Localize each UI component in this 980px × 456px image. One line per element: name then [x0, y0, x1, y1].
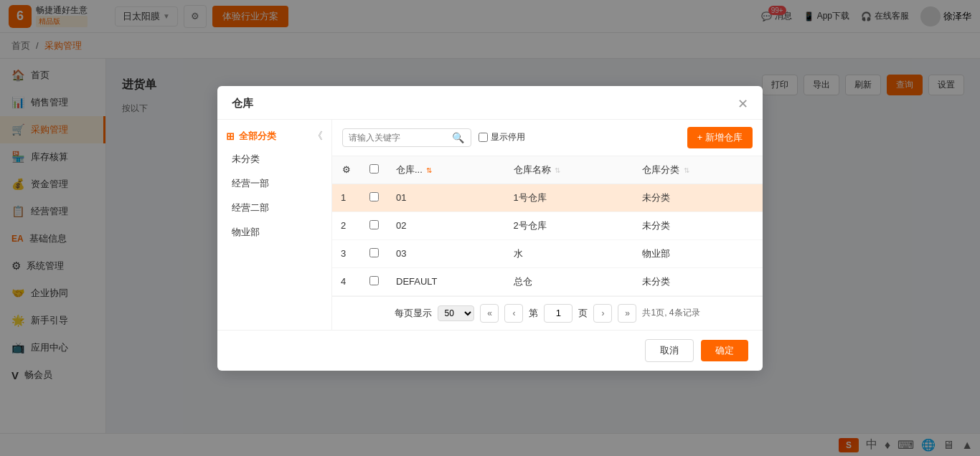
- row1-code: 01: [387, 184, 505, 212]
- row4-index: 4: [332, 267, 361, 295]
- category-property[interactable]: 物业部: [217, 220, 331, 244]
- row3-checkbox[interactable]: [369, 248, 379, 257]
- collapse-button[interactable]: 《: [313, 130, 323, 143]
- total-info: 共1页, 4条记录: [642, 307, 699, 319]
- dialog-title: 仓库: [232, 97, 253, 110]
- row3-code: 03: [387, 239, 505, 267]
- dialog-close-button[interactable]: ✕: [738, 96, 748, 112]
- select-all-checkbox[interactable]: [369, 164, 379, 174]
- category-sort-icon: ⇅: [684, 166, 689, 174]
- category-header: ⊞ 全部分类 《: [217, 125, 331, 147]
- table-header-row: ⚙ 仓库... ⇅ 仓库名称 ⇅: [332, 156, 763, 184]
- last-page-button[interactable]: »: [618, 304, 636, 323]
- row4-name: 总仓: [505, 267, 634, 295]
- grid-icon: ⊞: [226, 130, 235, 142]
- row2-name: 2号仓库: [505, 212, 634, 239]
- page-number-input[interactable]: [544, 304, 573, 323]
- row2-index: 2: [332, 212, 361, 239]
- category-panel: ⊞ 全部分类 《 未分类 经营一部 经营二部 物业部: [217, 120, 332, 330]
- row3-check: [361, 239, 387, 267]
- th-name: 仓库名称 ⇅: [505, 156, 634, 184]
- toolbar: 🔍 显示停用 + 新增仓库: [332, 120, 763, 156]
- page-label: 第: [529, 307, 538, 320]
- row4-category: 未分类: [633, 267, 763, 295]
- show-disabled-checkbox[interactable]: [479, 133, 488, 142]
- search-icon: 🔍: [452, 132, 464, 143]
- row4-check: [361, 267, 387, 295]
- row3-index: 3: [332, 239, 361, 267]
- dialog-body: ⊞ 全部分类 《 未分类 经营一部 经营二部 物业部 🔍: [217, 120, 763, 330]
- cancel-button[interactable]: 取消: [645, 339, 694, 362]
- search-box: 🔍: [342, 128, 471, 147]
- th-settings: ⚙: [332, 156, 361, 184]
- add-warehouse-button[interactable]: + 新增仓库: [687, 127, 753, 148]
- page-suffix: 页: [578, 307, 588, 320]
- table-row[interactable]: 3 03 水 物业部: [332, 239, 763, 267]
- per-page-label: 每页显示: [395, 307, 432, 320]
- th-category: 仓库分类 ⇅: [633, 156, 763, 184]
- warehouse-table: ⚙ 仓库... ⇅ 仓库名称 ⇅: [332, 156, 763, 296]
- row1-checkbox[interactable]: [369, 192, 379, 201]
- right-panel: 🔍 显示停用 + 新增仓库 ⚙: [332, 120, 763, 330]
- row1-name: 1号仓库: [505, 184, 634, 212]
- table-row[interactable]: 1 01 1号仓库 未分类: [332, 184, 763, 212]
- dialog-footer: 取消 确定: [217, 330, 763, 371]
- first-page-button[interactable]: «: [480, 304, 499, 323]
- table-row[interactable]: 2 02 2号仓库 未分类: [332, 212, 763, 239]
- row1-index: 1: [332, 184, 361, 212]
- row2-code: 02: [387, 212, 505, 239]
- row4-checkbox[interactable]: [369, 276, 379, 285]
- next-page-button[interactable]: ›: [593, 304, 612, 323]
- all-categories-item[interactable]: ⊞ 全部分类: [226, 130, 276, 143]
- th-checkbox: [361, 156, 387, 184]
- code-sort-icon: ⇅: [426, 166, 432, 174]
- row3-category: 物业部: [633, 239, 763, 267]
- dialog-overlay: 仓库 ✕ ⊞ 全部分类 《 未分类 经营一部 经营二部 物业部: [0, 0, 980, 456]
- row2-check: [361, 212, 387, 239]
- page-size-select[interactable]: 50 20 100: [438, 305, 474, 321]
- search-input[interactable]: [349, 133, 449, 143]
- row1-check: [361, 184, 387, 212]
- prev-page-button[interactable]: ‹: [504, 304, 523, 323]
- category-ops1[interactable]: 经营一部: [217, 171, 331, 196]
- row4-code: DEFAULT: [387, 267, 505, 295]
- table-row[interactable]: 4 DEFAULT 总仓 未分类: [332, 267, 763, 295]
- row2-checkbox[interactable]: [369, 220, 379, 229]
- dialog-header: 仓库 ✕: [217, 86, 763, 120]
- category-unclassified[interactable]: 未分类: [217, 147, 331, 171]
- row2-category: 未分类: [633, 212, 763, 239]
- search-area: 🔍 显示停用: [342, 128, 525, 147]
- show-disabled-label: 显示停用: [479, 131, 525, 143]
- name-sort-icon: ⇅: [555, 166, 560, 174]
- confirm-button[interactable]: 确定: [701, 340, 748, 361]
- table-area: ⚙ 仓库... ⇅ 仓库名称 ⇅: [332, 156, 763, 296]
- row3-name: 水: [505, 239, 634, 267]
- warehouse-dialog: 仓库 ✕ ⊞ 全部分类 《 未分类 经营一部 经营二部 物业部: [217, 86, 763, 371]
- row1-category: 未分类: [633, 184, 763, 212]
- category-ops2[interactable]: 经营二部: [217, 196, 331, 220]
- th-code: 仓库... ⇅: [387, 156, 505, 184]
- pagination: 每页显示 50 20 100 « ‹ 第 页 › » 共1页, 4条记录: [332, 296, 763, 330]
